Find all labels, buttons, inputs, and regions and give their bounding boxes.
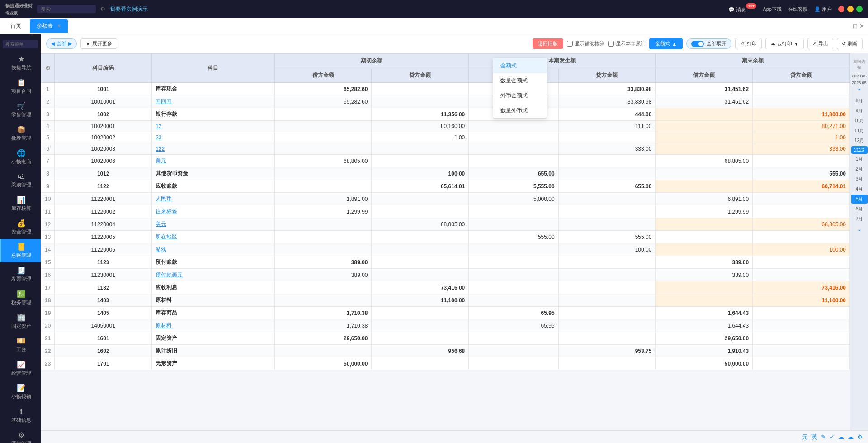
table-row[interactable]: 1311220005所在地区555.00555.00 [41, 231, 850, 243]
table-row[interactable]: 151123预付账款389.00389.00 [41, 256, 850, 269]
table-row[interactable]: 91122应收账款65,614.015,555.00655.0060,714.0… [41, 180, 850, 193]
sidebar-item-tax[interactable]: 💹 税务管理 [0, 286, 41, 310]
sidebar-item-ops[interactable]: 📈 经营管理 [0, 357, 41, 380]
sidebar-item-basic[interactable]: ℹ 基础信息 [0, 404, 41, 427]
table-cell[interactable]: 12 [152, 121, 275, 132]
goback-btn[interactable]: 退回旧版 [533, 38, 563, 49]
table-row[interactable]: 171132应收利息73,416.0073,416.00 [41, 281, 850, 294]
window-close-icon[interactable]: ✕ [859, 23, 864, 29]
table-row[interactable]: 610020003122333.00333.00 [41, 143, 850, 155]
table-cell[interactable]: 回回回 [152, 95, 275, 108]
table-row[interactable]: 231701无形资产50,000.0050,000.00 [41, 357, 850, 370]
dropdown-item-foreign-amount[interactable]: 外币金额式 [493, 88, 547, 103]
sidebar-item-wholesale[interactable]: 📦 批发管理 [0, 122, 41, 145]
window-restore-icon[interactable]: ⊡ [853, 23, 858, 29]
month-9[interactable]: 9月 [851, 106, 868, 115]
month-1[interactable]: 1月 [851, 155, 868, 164]
table-cell[interactable]: 122 [152, 143, 275, 155]
table-row[interactable]: 221602累计折旧956.68953.751,910.43 [41, 345, 850, 357]
assist-checkbox-label[interactable]: 显示辅助核算 [567, 40, 604, 47]
table-row[interactable]: 1111220002往来标签1,299.991,299.99 [41, 205, 850, 218]
month-3[interactable]: 3月 [851, 175, 868, 184]
lang-icon[interactable]: 英 [811, 433, 817, 441]
table-row[interactable]: 710020006美元68,805.0068,805.00 [41, 155, 850, 167]
settings-bottom-icon[interactable]: ⚙ [857, 433, 863, 440]
style-select-btn[interactable]: 金额式 ▲ [649, 38, 683, 49]
app-download[interactable]: App下载 [763, 6, 782, 13]
cloud-icon2[interactable]: ☁ [848, 433, 854, 440]
table-row[interactable]: 211601固定资产29,650.0029,650.00 [41, 332, 850, 345]
table-row[interactable]: 510020002231.001.00 [41, 132, 850, 143]
table-cell[interactable]: 美元 [152, 218, 275, 231]
print-btn[interactable]: 🖨 打印 [735, 38, 762, 49]
sidebar-item-capital[interactable]: 💰 资金管理 [0, 215, 41, 239]
th-settings[interactable]: ⚙ [41, 54, 55, 83]
sidebar-item-assets[interactable]: 🏢 固定资产 [0, 310, 41, 333]
win-close-btn[interactable] [838, 6, 844, 12]
search-input[interactable] [37, 5, 96, 13]
month-7[interactable]: 7月 [851, 214, 868, 224]
table-cell[interactable]: 美元 [152, 155, 275, 167]
month-10[interactable]: 10月 [851, 116, 868, 125]
table-row[interactable]: 191405库存商品1,710.3865.951,644.43 [41, 307, 850, 319]
year-2023[interactable]: 2023 [851, 146, 868, 154]
refresh-btn[interactable]: ↺ 刷新 [837, 38, 863, 49]
sidebar-item-inventory[interactable]: 📊 库存核算 [0, 192, 41, 215]
tab-balance[interactable]: 余额表 ✕ [30, 19, 68, 33]
table-cell[interactable]: 预付款美元 [152, 269, 275, 281]
table-cell[interactable]: 原材料 [152, 319, 275, 332]
table-row[interactable]: 210010001回回回65,282.6033,830.9831,451.62 [41, 95, 850, 108]
table-row[interactable]: 2014050001原材料1,710.3865.951,644.43 [41, 319, 850, 332]
expand-all-toggle[interactable]: 全部展开 [686, 38, 731, 49]
table-cell[interactable]: 人民币 [152, 193, 275, 205]
table-row[interactable]: 4100200011280,160.00111.0080,271.00 [41, 121, 850, 132]
table-row[interactable]: 11001库存现金65,282.6033,830.9831,451.62 [41, 83, 850, 95]
cloud-print-btn[interactable]: ☁ 云打印 ▼ [765, 38, 804, 49]
sidebar-item-quick-nav[interactable]: ★ 快捷导航 [0, 51, 41, 75]
sidebar-item-project[interactable]: 📋 项目合同 [0, 75, 41, 98]
table-row[interactable]: 1211220004美元68,805.0068,805.00 [41, 218, 850, 231]
dropdown-item-qty-amount[interactable]: 数量金额式 [493, 73, 547, 88]
table-row[interactable]: 1611230001预付款美元389.00389.00 [41, 269, 850, 281]
table-row[interactable]: 81012其他货币资金100.00655.00555.00 [41, 167, 850, 180]
yearly-checkbox-label[interactable]: 显示本年累计 [608, 40, 646, 47]
settings-icon[interactable]: ⚙ [100, 6, 105, 12]
table-cell[interactable]: 23 [152, 132, 275, 143]
table-row[interactable]: 31002银行存款11,356.00444.0011,800.00 [41, 108, 850, 121]
period-down-btn[interactable]: ⌄ [856, 224, 863, 233]
tab-close-icon[interactable]: ✕ [57, 23, 61, 29]
month-8[interactable]: 8月 [851, 96, 868, 105]
win-max-btn[interactable] [856, 6, 863, 12]
sidebar-item-report[interactable]: 📝 小畅报销 [0, 380, 41, 404]
table-cell[interactable]: 所在地区 [152, 231, 275, 243]
period-up-btn[interactable]: ⌃ [856, 86, 863, 95]
month-11[interactable]: 11月 [851, 126, 868, 135]
sidebar-item-purchase[interactable]: 🛍 采购管理 [0, 169, 41, 192]
user-avatar[interactable]: 👤 用户 [814, 6, 832, 13]
month-2[interactable]: 2月 [851, 165, 868, 174]
tab-home[interactable]: 首页 [4, 19, 28, 33]
sidebar-item-invoice[interactable]: 🧾 发票管理 [0, 262, 41, 286]
table-cell[interactable]: 往来标签 [152, 205, 275, 218]
dropdown-item-qty-foreign[interactable]: 数量外币式 [493, 103, 547, 118]
message-icon[interactable]: 💬 消息99+ [728, 5, 756, 13]
month-4[interactable]: 4月 [851, 185, 868, 194]
sidebar-item-ecommerce[interactable]: 🌐 小畅电商 [0, 145, 41, 169]
filter-all-tag[interactable]: ◀ 全部 ▶ [46, 38, 77, 49]
table-row[interactable]: 181403原材料11,100.0011,100.00 [41, 294, 850, 307]
cloud-icon1[interactable]: ☁ [838, 433, 844, 440]
sidebar-item-system[interactable]: ⚙ 系统管理 [0, 427, 41, 443]
expand-more-btn[interactable]: ▼ 展开更多 [80, 38, 117, 49]
month-6[interactable]: 6月 [851, 205, 868, 214]
sidebar-search-input[interactable] [3, 40, 38, 48]
table-row[interactable]: 1411220006游戏100.00100.00 [41, 243, 850, 256]
currency-icon[interactable]: 元 [802, 433, 808, 441]
edit-icon[interactable]: ✎ [821, 433, 826, 440]
win-min-btn[interactable] [847, 6, 854, 12]
online-service[interactable]: 在线客服 [788, 6, 808, 13]
sidebar-item-ledger[interactable]: 📒 总账管理 [0, 239, 41, 262]
sidebar-item-salary[interactable]: 💴 工资 [0, 333, 41, 357]
table-cell[interactable]: 游戏 [152, 243, 275, 256]
assist-checkbox[interactable] [567, 41, 573, 47]
export-btn[interactable]: ↗ 导出 [807, 38, 833, 49]
